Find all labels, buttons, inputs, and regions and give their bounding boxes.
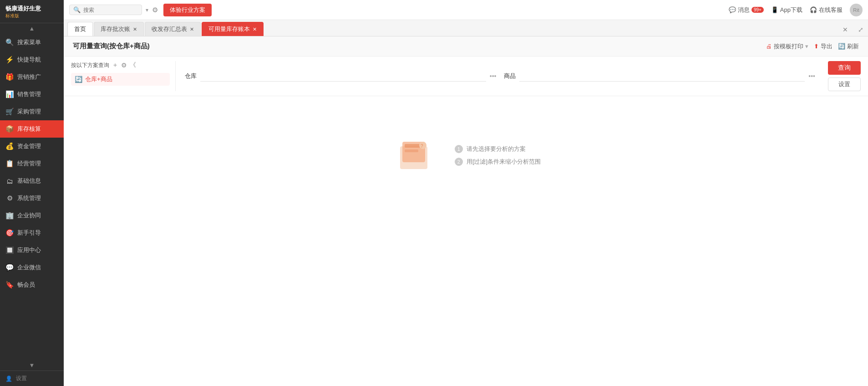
weixin-icon: 💬 (5, 263, 14, 272)
sidebar-item-inventory[interactable]: 📦 库存核算 (0, 120, 64, 138)
sidebar-item-purchase[interactable]: 🛒 采购管理 (0, 103, 64, 120)
inventory-icon: 📦 (5, 125, 14, 133)
gear-icon[interactable]: ⚙ (152, 6, 158, 14)
online-service-button[interactable]: 🎧 在线客服 (810, 6, 843, 14)
tab-summary-label: 收发存汇总表 (152, 25, 187, 33)
topbar: 🔍 ▾ ⚙ 体验行业方案 💬 消息 99+ 📱 App下载 🎧 在线客服 Rit (64, 0, 868, 20)
settings-scheme-icon[interactable]: ⚙ (121, 62, 127, 69)
sidebar-bottom: 👤 设置 (0, 371, 64, 386)
trial-button[interactable]: 体验行业方案 (163, 4, 212, 16)
content-area: 可用量查询(按仓库+商品) 🖨 按模板打印 ▾ ⬆ 导出 🔄 刷新 (64, 36, 868, 386)
chevron-down-icon[interactable]: ▾ (146, 7, 148, 13)
sidebar-scroll-up[interactable]: ▲ (0, 23, 64, 34)
empty-state: ? 1 请先选择要分析的方案 2 用[过滤]条件来缩小分析范围 (64, 96, 868, 215)
tabs-close-all-button[interactable]: ✕ (838, 23, 853, 36)
export-icon: ⬆ (814, 43, 819, 50)
sidebar-item-finance[interactable]: 💰 资金管理 (0, 138, 64, 155)
sidebar-item-weixin[interactable]: 💬 企业微信 (0, 259, 64, 276)
tab-available[interactable]: 可用量库存账本 ✕ (202, 22, 264, 36)
gift-icon: 🎁 (5, 73, 14, 81)
print-button[interactable]: 🖨 按模板打印 ▾ (766, 42, 808, 51)
messages-badge: 99+ (751, 7, 764, 13)
user-avatar[interactable]: Rit (850, 4, 863, 16)
filter-section: 按以下方案查询 ＋ ⚙ 《 🔄 仓库+商品 仓库 ••• (64, 57, 868, 96)
tab-summary-close[interactable]: ✕ (190, 26, 194, 32)
page-actions: 🖨 按模板打印 ▾ ⬆ 导出 🔄 刷新 (766, 42, 859, 51)
sidebar-item-system[interactable]: ⚙ 系统管理 (0, 190, 64, 207)
tip-num-1: 1 (455, 145, 463, 153)
goods-input[interactable] (519, 71, 805, 82)
sidebar-item-shortcut[interactable]: ⚡ 快捷导航 (0, 51, 64, 68)
svg-rect-3 (405, 149, 418, 152)
sidebar-item-label: 库存核算 (17, 125, 41, 133)
goods-label: 商品 (504, 72, 516, 80)
sidebar-item-guide[interactable]: 🎯 新手引导 (0, 224, 64, 242)
sidebar-item-label: 快捷导航 (17, 56, 41, 64)
tab-available-close[interactable]: ✕ (253, 26, 257, 32)
online-service-label: 在线客服 (819, 6, 843, 14)
sidebar-item-operation[interactable]: 📋 经营管理 (0, 155, 64, 172)
sidebar-item-basic[interactable]: 🗂 基础信息 (0, 172, 64, 190)
add-scheme-icon[interactable]: ＋ (112, 61, 118, 69)
tab-batch[interactable]: 库存批次账 ✕ (94, 22, 144, 36)
shortcut-icon: ⚡ (5, 56, 14, 64)
avatar-text: Rit (853, 7, 859, 13)
topbar-right: 💬 消息 99+ 📱 App下载 🎧 在线客服 Rit (729, 4, 863, 16)
sidebar-scroll-down[interactable]: ▼ (0, 360, 64, 371)
finance-icon: 💰 (5, 142, 14, 150)
sidebar-item-apps[interactable]: 🔲 应用中心 (0, 242, 64, 259)
messages-label: 消息 (738, 6, 750, 14)
topbar-search-box[interactable]: 🔍 (69, 5, 142, 15)
warehouse-label: 仓库 (185, 72, 197, 80)
warehouse-input[interactable] (200, 71, 486, 82)
print-chevron-icon[interactable]: ▾ (805, 43, 808, 50)
refresh-button[interactable]: 🔄 刷新 (838, 42, 859, 51)
tip-text-2: 用[过滤]条件来缩小分析范围 (467, 158, 541, 166)
system-icon: ⚙ (5, 194, 14, 202)
logo-subtitle: 标准版 (5, 13, 58, 19)
sidebar-item-enterprise[interactable]: 🏢 企业协同 (0, 207, 64, 224)
warehouse-more-icon[interactable]: ••• (490, 72, 497, 80)
app-download-label: App下载 (780, 6, 802, 14)
tab-summary[interactable]: 收发存汇总表 ✕ (145, 22, 201, 36)
sidebar-item-label: 经营管理 (17, 160, 41, 168)
sidebar-item-label: 企业微信 (17, 263, 41, 272)
svg-text:?: ? (421, 144, 423, 149)
query-button[interactable]: 查询 (828, 61, 861, 75)
settings-button[interactable]: 设置 (828, 77, 861, 91)
export-button[interactable]: ⬆ 导出 (814, 42, 832, 51)
collapse-icon[interactable]: 《 (130, 61, 136, 69)
search-icon: 🔍 (73, 6, 81, 13)
sidebar-item-label: 应用中心 (17, 246, 41, 254)
goods-more-icon[interactable]: ••• (808, 72, 815, 80)
tab-available-label: 可用量库存账本 (208, 25, 250, 33)
messages-button[interactable]: 💬 消息 99+ (729, 6, 764, 14)
logo-title: 畅康通好生意 (5, 5, 58, 13)
filter-label: 按以下方案查询 ＋ ⚙ 《 (71, 61, 170, 69)
guide-icon: 🎯 (5, 229, 14, 237)
headset-icon: 🎧 (810, 6, 817, 13)
chart-icon: 📊 (5, 90, 14, 98)
page-header: 可用量查询(按仓库+商品) 🖨 按模板打印 ▾ ⬆ 导出 🔄 刷新 (64, 36, 868, 57)
tab-batch-close[interactable]: ✕ (133, 26, 137, 32)
empty-illustration: ? (391, 133, 437, 178)
sidebar-item-member[interactable]: 🔖 畅会员 (0, 276, 64, 293)
scheme-item-warehouse-goods[interactable]: 🔄 仓库+商品 (71, 73, 170, 86)
tabs-resize-button[interactable]: ⤢ (853, 23, 868, 36)
app-download-button[interactable]: 📱 App下载 (771, 6, 802, 14)
sidebar-item-marketing[interactable]: 🎁 营销推广 (0, 68, 64, 86)
search-input[interactable] (83, 7, 129, 13)
search-icon: 🔍 (5, 38, 14, 46)
sidebar-item-label: 采购管理 (17, 108, 41, 116)
filter-label-text: 按以下方案查询 (71, 62, 109, 69)
sidebar-item-search[interactable]: 🔍 搜索菜单 (0, 34, 64, 51)
tab-home[interactable]: 首页 (67, 22, 93, 36)
sidebar-item-sales[interactable]: 📊 销售管理 (0, 86, 64, 103)
empty-tip-2: 2 用[过滤]条件来缩小分析范围 (455, 158, 541, 166)
operation-icon: 📋 (5, 160, 14, 168)
refresh-icon: 🔄 (838, 43, 845, 50)
basic-icon: 🗂 (5, 177, 14, 185)
sidebar-item-label: 新手引导 (17, 229, 41, 237)
sidebar-item-label: 基础信息 (17, 177, 41, 185)
print-icon: 🖨 (766, 43, 772, 50)
